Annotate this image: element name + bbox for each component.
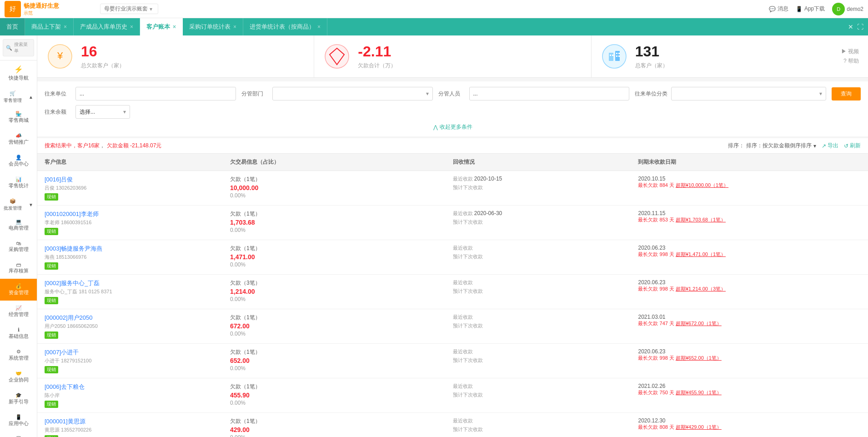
tab-inbound-history[interactable]: 产成品入库单历史 × [74,18,140,35]
collapse-btn[interactable]: ⋀ 收起更多条件 [45,123,861,131]
sidebar-item-enterprise-wechat[interactable]: 💬 企业微信 [0,432,37,437]
recovery-cell-7: 最近收款 预计下次收款 [453,417,638,433]
debt-amount-2[interactable]: 1,471.00 [230,253,453,261]
overdue-date-2: 2020.06.23 [638,245,861,251]
tab-customer-ledger-close[interactable]: × [173,24,176,30]
customer-contact-5: 小进干 18279152100 [45,357,230,364]
debt-count-5: 欠款（1笔） [230,348,453,356]
customer-name-3[interactable]: [0002]服务中心_丁磊 [45,279,230,287]
filter-select-dept[interactable]: ▾ [272,87,433,100]
query-button[interactable]: 查询 [832,87,861,100]
sidebar-item-retail-mall[interactable]: 🏪 零售商城 [0,106,37,128]
customer-name-7[interactable]: [000001]黄思源 [45,417,230,426]
sidebar-item-retail-mgmt[interactable]: 🛒 零售管理 ▲ [0,86,37,106]
overdue-days-2: 最长欠款 998 天 [638,251,676,257]
debt-amount-4[interactable]: 672.00 [230,322,453,330]
sidebar-search-box[interactable]: 🔍 搜索菜单 [3,39,34,56]
sidebar-item-purchase-mgmt[interactable]: 🛍 采购管理 [0,236,37,257]
sidebar-item-quick-nav[interactable]: ⚡ 快捷导航 [0,60,37,86]
sidebar-item-operations-mgmt[interactable]: 📈 经营管理 [0,301,37,322]
tab-inbound-history-close[interactable]: × [130,24,133,30]
tab-purchase-stats[interactable]: 采购订单统计表 × [183,18,243,35]
user-area[interactable]: D demo2 [832,3,863,15]
tab-expand-icon[interactable]: ⛶ [857,23,863,30]
customer-name-5[interactable]: [0007]小进干 [45,348,230,357]
tab-inbound-stats[interactable]: 进货单统计表（按商品） × [243,18,327,35]
filter-item-balance: 往来余额 选择... ▾ [45,105,450,119]
debt-amount-6[interactable]: 455.90 [230,392,453,399]
recovery-row-5: 最近收款 [453,348,638,355]
overdue-days-5: 最长欠款 998 天 [638,355,676,361]
sidebar-item-system-mgmt[interactable]: ⚙ 系统管理 [0,344,37,366]
tab-home[interactable]: 首页 [0,18,25,35]
sidebar-item-newbie-guide[interactable]: 🎓 新手引导 [0,388,37,410]
sidebar-item-retail-stats[interactable]: 📊 零售统计 [0,172,37,194]
export-btn[interactable]: ↗ 导出 [822,142,838,150]
overdue-link-5[interactable]: 超期¥652.00（1笔） [676,355,722,361]
refresh-btn[interactable]: ↺ 刷新 [844,142,861,150]
store-selector[interactable]: 母婴行业演示账套 ▾ [100,4,158,14]
overdue-days-1: 最长欠款 853 天 [638,217,676,222]
tab-inbound-stats-close[interactable]: × [317,24,321,30]
debt-amount-5[interactable]: 652.00 [230,357,453,364]
overdue-link-2[interactable]: 超期¥1,471.00（1笔） [676,251,726,257]
sidebar-item-member-center[interactable]: 👤 会员中心 [0,150,37,172]
overdue-link-1[interactable]: 超期¥1,703.68（1笔） [676,217,726,222]
col-header-overdue: 到期未收款日期 [638,158,861,166]
customer-name-6[interactable]: [0006]去下粮仓 [45,383,230,391]
debt-amount-1[interactable]: 1,703.68 [230,219,453,226]
customer-name-0[interactable]: [0016]吕俊 [45,176,230,184]
debt-amount-7[interactable]: 429.00 [230,426,453,433]
svg-rect-7 [610,55,611,56]
filter-input-person[interactable]: ... [469,87,630,100]
store-name: 母婴行业演示账套 [104,5,148,13]
recovery-row-0: 最近收款 2020-10-15 [453,176,638,182]
sidebar-item-finance-mgmt[interactable]: 💰 资金管理 [0,279,37,301]
sidebar-search-area[interactable]: 🔍 搜索菜单 [0,35,37,60]
sidebar-item-enterprise-collab[interactable]: 🤝 企业协同 [0,366,37,388]
tab-product-listing-close[interactable]: × [64,24,67,30]
stat-icon-diamond [323,43,351,70]
filter-select-category[interactable]: ▾ [671,87,826,100]
filter-input-unit[interactable]: ... [75,87,236,100]
overdue-link-3[interactable]: 超期¥1,214.00（3笔） [676,286,726,291]
sidebar-item-wholesale-mgmt[interactable]: 📦 批发管理 ▼ [0,194,37,214]
retail-stats-icon: 📊 [3,176,34,182]
tab-purchase-stats-close[interactable]: × [233,24,236,30]
overdue-link-7[interactable]: 超期¥429.00（1笔） [676,424,722,430]
app-download-btn[interactable]: 📱 App下载 [796,5,825,13]
customer-name-1[interactable]: [0001020001]李老师 [45,210,230,218]
tab-close-all-icon[interactable]: ✕ [848,23,853,30]
sort-select[interactable]: 排序： 排序：按欠款金额倒序排序 ▾ [728,142,816,150]
svg-rect-10 [618,53,620,54]
enterprise-collab-label: 企业协同 [3,377,34,383]
recovery-next-4: 预计下次收款 [453,322,638,329]
debt-amount-3[interactable]: 1,214.00 [230,288,453,295]
marketing-label: 营销推广 [3,139,34,146]
debt-cell-2: 欠款（1笔） 1,471.00 0.00% [230,245,453,268]
table-row: [0003]畅捷服务尹海燕 海燕 18513066976 现销 欠款（1笔） 1… [37,240,868,275]
debt-amount-0[interactable]: 10,000.00 [230,184,453,191]
customer-name-4[interactable]: [000002]用户2050 [45,314,230,322]
filter-select-balance[interactable]: 选择... ▾ [75,105,130,119]
sidebar-item-inventory-cost[interactable]: 🗃 库存核算 [0,257,37,279]
system-mgmt-label: 系统管理 [3,355,34,362]
overdue-link-0[interactable]: 超期¥10,000.00（1笔） [676,182,728,188]
sidebar-item-basic-info[interactable]: ℹ 基础信息 [0,322,37,344]
message-btn[interactable]: 💬 消息 [769,5,788,13]
tab-product-listing[interactable]: 商品上下架 × [25,18,74,35]
sidebar-item-ecom-mgmt[interactable]: 💻 电商管理 [0,214,37,236]
overdue-link-4[interactable]: 超期¥672.00（1笔） [676,321,722,326]
sidebar-item-app-center[interactable]: 📱 应用中心 [0,410,37,432]
overdue-days-3: 最长欠款 998 天 [638,286,676,291]
video-btn[interactable]: ▶ 视频 [841,48,859,55]
ecom-mgmt-icon: 💻 [3,219,34,225]
overdue-link-6[interactable]: 超期¥455.90（1笔） [676,390,722,395]
table-row: [0002]服务中心_丁磊 服务中心_丁磊 181 0125 8371 现销 欠… [37,275,868,309]
sidebar-item-marketing[interactable]: 📣 营销推广 [0,128,37,150]
tab-customer-ledger[interactable]: 客户账本 × [140,18,183,35]
debt-count-2: 欠款（1笔） [230,245,453,252]
customer-cell-2: [0003]畅捷服务尹海燕 海燕 18513066976 现销 [45,245,230,270]
customer-name-2[interactable]: [0003]畅捷服务尹海燕 [45,245,230,253]
help-btn[interactable]: ? 帮助 [843,57,859,65]
